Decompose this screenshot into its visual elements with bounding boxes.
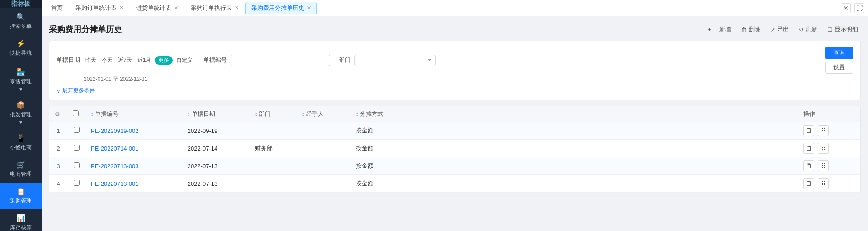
more-icon: ⠿ (821, 162, 826, 170)
tab-purchase-goods-stats[interactable]: 进货单统计表 ✕ (130, 2, 184, 14)
tab-close-icon[interactable]: ✕ (235, 5, 239, 11)
settings-icon[interactable]: ⚙ (55, 111, 60, 118)
doc-date-cell: 2022-07-14 (182, 140, 250, 157)
operation-cell: 🗒 ⠿ (798, 140, 860, 157)
doc-no-link[interactable]: PE-20220919-002 (91, 127, 139, 134)
view-button[interactable]: 🗒 (803, 125, 814, 136)
dept-filter-label: 部门 (339, 56, 351, 64)
1month-shortcut[interactable]: 近1月 (136, 56, 153, 65)
expand-tab-button[interactable]: ⛶ (854, 3, 864, 13)
purchase-icon: 📋 (16, 187, 25, 196)
th-settings[interactable]: ⚙ (49, 106, 67, 122)
tab-close-icon[interactable]: ✕ (174, 5, 178, 11)
7days-shortcut[interactable]: 近7天 (116, 56, 134, 65)
doc-no-link[interactable]: PE-20220714-001 (91, 145, 139, 152)
sort-icon: ↕ (302, 111, 305, 117)
export-button[interactable]: ↗ 导出 (768, 24, 792, 35)
more-icon: ⠿ (821, 127, 826, 134)
tab-close-icon[interactable]: ✕ (307, 5, 311, 11)
th-label: 部门 (259, 110, 271, 117)
handler-cell (297, 157, 350, 175)
add-button[interactable]: ＋ + 新增 (704, 24, 734, 35)
more-button[interactable]: ⠿ (818, 160, 829, 171)
more-shortcut[interactable]: 更多 (155, 56, 173, 65)
dept-select[interactable] (354, 55, 436, 66)
handler-cell (297, 175, 350, 193)
show-detail-button[interactable]: ☐ 显示明细 (825, 24, 861, 35)
custom-shortcut[interactable]: 自定义 (175, 56, 194, 65)
close-icon: ✕ (843, 5, 849, 12)
sidebar-item-wholesale[interactable]: 📦 批发管理 ▼ (0, 96, 42, 129)
view-button[interactable]: 🗒 (803, 178, 814, 189)
view-icon: 🗒 (806, 180, 812, 187)
mini-icon: 📱 (16, 134, 25, 142)
docno-input[interactable] (231, 55, 330, 66)
table-row: 4 PE-20220713-001 2022-07-13 按金额 🗒 ⠿ (49, 175, 860, 193)
doc-no-link[interactable]: PE-20220713-001 (91, 180, 139, 187)
sidebar-item-ecommerce[interactable]: 🛒 电商管理 (0, 156, 42, 183)
sort-icon: ↕ (91, 111, 94, 117)
chevron-down-icon: ▼ (19, 120, 23, 125)
query-button[interactable]: 查询 (825, 47, 853, 59)
tab-purchase-order-stats[interactable]: 采购订单统计表 ✕ (70, 2, 129, 14)
row-checkbox[interactable] (74, 127, 80, 133)
sidebar-item-retail[interactable]: 🏪 零售管理 ▼ (0, 63, 42, 96)
sidebar-item-label: 批发管理 (10, 111, 32, 118)
th-split-method[interactable]: ↕ 分摊方式 (350, 106, 798, 122)
more-button[interactable]: ⠿ (818, 125, 829, 136)
sidebar-item-inventory[interactable]: 📊 库存核算 (0, 209, 42, 231)
sidebar-item-mini[interactable]: 📱 小畅电商 (0, 129, 42, 156)
select-all-checkbox[interactable] (73, 110, 79, 116)
th-dept[interactable]: ↕ 部门 (250, 106, 297, 122)
refresh-button[interactable]: ↺ 刷新 (796, 24, 820, 35)
tab-home[interactable]: 首页 (45, 2, 69, 14)
tab-bar-actions: ✕ ⛶ (841, 3, 864, 13)
view-button[interactable]: 🗒 (803, 160, 814, 171)
quicknav-icon: ⚡ (16, 39, 25, 48)
dept-cell (250, 175, 297, 193)
delete-button[interactable]: 🗑 删除 (738, 24, 763, 35)
th-checkbox (67, 106, 85, 122)
date-filter-label: 单据日期 (57, 56, 80, 64)
th-operation: 操作 (798, 106, 860, 122)
tab-purchase-cost-split[interactable]: 采购费用分摊单历史 ✕ (245, 2, 317, 14)
th-doc-date[interactable]: ↕ 单据日期 (182, 106, 250, 122)
date-range-display: 2022-01-01 至 2022-12-31 (84, 75, 853, 83)
settings-button[interactable]: 设置 (825, 61, 853, 74)
sidebar-item-purchase[interactable]: 📋 采购管理 (0, 183, 42, 209)
tab-purchase-order-exec[interactable]: 采购订单执行表 ✕ (185, 2, 245, 14)
row-num-cell: 2 (49, 140, 67, 157)
table-container: ⚙ ↕ 单据编号 ↕ 单据日期 (49, 106, 861, 193)
table-row: 2 PE-20220714-001 2022-07-14 财务部 按金额 🗒 ⠿ (49, 140, 860, 157)
sidebar-item-quicknav[interactable]: ⚡ 快捷导航 (0, 35, 42, 61)
view-icon: 🗒 (806, 127, 812, 134)
expand-conditions-button[interactable]: ∨ 展开更多条件 (57, 87, 853, 94)
more-button[interactable]: ⠿ (818, 143, 829, 154)
th-label: 操作 (803, 110, 815, 117)
chevron-down-icon: ∨ (57, 88, 61, 94)
row-checkbox[interactable] (74, 145, 80, 151)
doc-no-link[interactable]: PE-20220713-003 (91, 163, 139, 170)
more-button[interactable]: ⠿ (818, 178, 829, 189)
th-label: 单据日期 (192, 110, 215, 117)
view-button[interactable]: 🗒 (803, 143, 814, 154)
today-shortcut[interactable]: 今天 (100, 56, 114, 65)
sidebar-item-label: 库存核算 (10, 224, 32, 231)
sidebar-item-search[interactable]: 🔍 搜索菜单 (0, 8, 42, 35)
tab-label: 采购订单统计表 (75, 4, 117, 12)
th-handler[interactable]: ↕ 经手人 (297, 106, 350, 122)
close-all-tabs-button[interactable]: ✕ (841, 3, 851, 13)
th-doc-no[interactable]: ↕ 单据编号 (85, 106, 182, 122)
doc-date-cell: 2022-07-13 (182, 175, 250, 193)
yesterday-shortcut[interactable]: 昨天 (84, 56, 98, 65)
row-checkbox-cell (67, 175, 85, 193)
date-filter-group: 单据日期 昨天 今天 近7天 近1月 更多 自定义 (57, 56, 194, 65)
row-num-cell: 3 (49, 157, 67, 175)
tab-close-icon[interactable]: ✕ (119, 5, 123, 11)
doc-date-cell: 2022-07-13 (182, 157, 250, 175)
filter-area: 单据日期 昨天 今天 近7天 近1月 更多 自定义 单据编号 (49, 41, 861, 100)
row-checkbox[interactable] (74, 180, 80, 186)
refresh-icon: ↺ (799, 26, 804, 33)
doc-no-cell: PE-20220713-003 (85, 157, 182, 175)
row-checkbox[interactable] (74, 162, 80, 168)
